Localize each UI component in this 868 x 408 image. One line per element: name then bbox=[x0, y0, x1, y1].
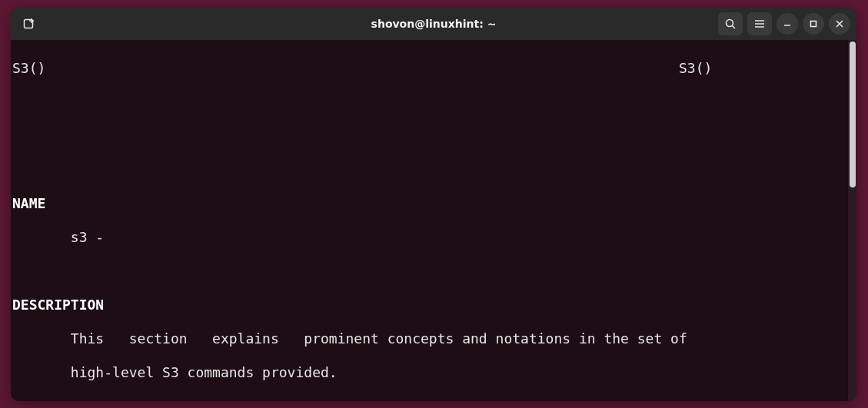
new-tab-button[interactable] bbox=[17, 12, 42, 35]
minimize-button[interactable] bbox=[777, 13, 798, 35]
section-description: DESCRIPTION bbox=[12, 297, 104, 313]
terminal-content: S3() S3() NAME s3 - DESCRIPTION This sec… bbox=[11, 40, 847, 401]
minimize-icon bbox=[782, 18, 793, 29]
hamburger-menu-icon bbox=[753, 18, 766, 30]
terminal-window: shovon@linuxhint: ~ bbox=[11, 8, 856, 401]
search-button[interactable] bbox=[718, 12, 743, 35]
man-header-right: S3() bbox=[679, 60, 712, 76]
titlebar: shovon@linuxhint: ~ bbox=[11, 8, 856, 40]
search-icon bbox=[724, 18, 737, 30]
maximize-button[interactable] bbox=[803, 13, 824, 35]
close-icon bbox=[834, 18, 845, 29]
svg-line-4 bbox=[733, 26, 736, 29]
desc-line-1: This section explains prominent concepts… bbox=[12, 330, 687, 347]
man-header-left: S3() bbox=[12, 60, 45, 76]
svg-point-3 bbox=[727, 20, 733, 27]
new-tab-icon bbox=[22, 17, 36, 31]
scrollbar[interactable] bbox=[847, 40, 856, 401]
svg-rect-9 bbox=[811, 22, 816, 27]
section-name: NAME bbox=[12, 195, 45, 211]
name-line: s3 - bbox=[12, 229, 104, 245]
menu-button[interactable] bbox=[747, 12, 772, 35]
maximize-icon bbox=[808, 18, 819, 29]
close-button[interactable] bbox=[829, 13, 850, 35]
desc-line-2: high-level S3 commands provided. bbox=[12, 364, 338, 380]
scrollbar-thumb[interactable] bbox=[850, 41, 856, 187]
terminal-body[interactable]: S3() S3() NAME s3 - DESCRIPTION This sec… bbox=[11, 40, 856, 401]
